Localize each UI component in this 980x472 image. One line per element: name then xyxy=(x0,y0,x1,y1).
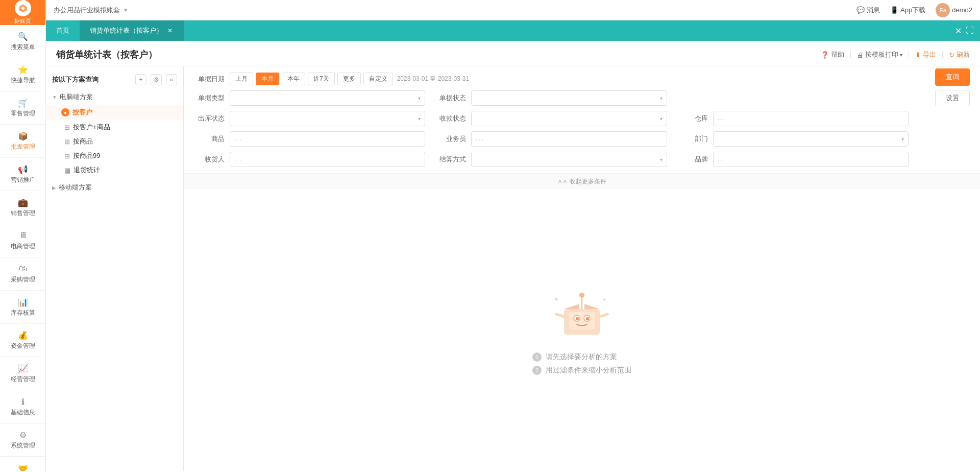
sidebar-item-retail[interactable]: 🛒 零售管理 xyxy=(0,91,46,125)
sidebar-item-collab[interactable]: 🤝 企业协同 xyxy=(0,457,46,472)
filter-item-warehouse: 仓库 ··· xyxy=(677,111,909,126)
payment-status-input[interactable]: ▾ xyxy=(471,111,667,126)
scheme-group-header-mobile[interactable]: ▶ 移动端方案 xyxy=(46,180,183,195)
warehouse-input[interactable]: ··· xyxy=(713,111,909,126)
date-btn-custom[interactable]: 自定义 xyxy=(363,73,393,85)
business-icon: 📈 xyxy=(18,363,28,373)
doc-status-dropdown-icon: ▾ xyxy=(660,96,663,101)
sidebar-item-marketing[interactable]: 📢 营销推广 xyxy=(0,158,46,191)
finance-icon: 💰 xyxy=(18,330,28,340)
filter-item-receiver: 收货人 ··· xyxy=(194,152,425,167)
date-btn-this-month[interactable]: 本月 xyxy=(256,73,279,85)
separator3 xyxy=(942,51,943,58)
sidebar: 标账页 🔍 搜索菜单 ⭐ 快捷导航 🛒 零售管理 📦 批发管理 📢 营销推广 💼… xyxy=(0,0,46,472)
body-layout: 按以下方案查询 + ⚙ « xyxy=(46,66,980,471)
maximize-window-icon[interactable]: ⛶ xyxy=(966,26,974,35)
close-window-icon[interactable]: ✕ xyxy=(955,26,962,36)
sidebar-item-finance[interactable]: 💰 资金管理 xyxy=(0,324,46,357)
filter-item-doc-type: 单据类型 ▾ xyxy=(194,90,425,106)
avatar: Ea xyxy=(936,3,950,17)
main-area: 办公用品行业模拟账套 ▾ 💬 消息 📱 App下载 Ea demo2 首页 xyxy=(46,0,980,472)
separator xyxy=(850,51,851,58)
print-dropdown-icon: ▾ xyxy=(900,52,902,58)
scheme-item-label: 按客户+商品 xyxy=(73,123,110,132)
doc-type-input[interactable]: ▾ xyxy=(230,90,425,106)
goods-label: 商品 xyxy=(194,134,230,144)
payment-status-dropdown-icon: ▾ xyxy=(660,116,663,122)
logo-area[interactable]: 标账页 xyxy=(0,0,46,25)
add-scheme-btn[interactable]: + xyxy=(135,74,146,85)
svg-text:✦: ✦ xyxy=(554,296,559,303)
out-status-label: 出库状态 xyxy=(194,114,230,123)
settings-button[interactable]: 设置 xyxy=(935,90,970,106)
user-menu[interactable]: Ea demo2 xyxy=(936,3,972,17)
settings-scheme-btn[interactable]: ⚙ xyxy=(151,74,162,85)
sidebar-item-search[interactable]: 🔍 搜索菜单 xyxy=(0,25,46,58)
sidebar-item-nav[interactable]: ⭐ 快捷导航 xyxy=(0,58,46,91)
export-icon: ⬇ xyxy=(915,51,921,59)
scheme-item-return-stat[interactable]: ▦ 退货统计 xyxy=(46,163,183,177)
dropdown-arrow[interactable]: ▾ xyxy=(124,6,128,14)
date-btn-7days[interactable]: 近7天 xyxy=(308,73,335,85)
dept-input[interactable]: ▾ xyxy=(713,131,909,147)
sidebar-item-purchase[interactable]: 🛍 采购管理 xyxy=(0,257,46,291)
purchase-icon: 🛍 xyxy=(18,264,28,274)
left-panel-header: 按以下方案查询 + ⚙ « xyxy=(46,72,183,89)
sidebar-item-sales[interactable]: 💼 销售管理 xyxy=(0,191,46,224)
print-btn[interactable]: 🖨 按模板打印 ▾ xyxy=(857,50,902,59)
scheme-grid-icon: ⊞ xyxy=(64,124,70,131)
scheme-group-header-desktop[interactable]: ▼ 电脑端方案 xyxy=(46,89,183,105)
svg-line-9 xyxy=(556,314,564,317)
date-btn-this-year[interactable]: 本年 xyxy=(282,73,305,85)
date-label: 单据日期 xyxy=(194,75,230,84)
goods-input[interactable]: ··· xyxy=(230,131,425,147)
scheme-grid3-icon: ⊞ xyxy=(64,152,70,160)
scheme-group-mobile: ▶ 移动端方案 xyxy=(46,180,183,195)
sidebar-item-label: 经营管理 xyxy=(11,375,35,384)
settlement-input[interactable]: ▾ xyxy=(471,152,667,167)
sidebar-item-info[interactable]: ℹ 基础信息 xyxy=(0,390,46,423)
tab-sales-stat[interactable]: 销货单统计表（按客户） ✕ xyxy=(80,20,184,41)
scheme-group-title-mobile: 移动端方案 xyxy=(59,183,92,192)
sidebar-item-label: 采购管理 xyxy=(11,275,35,284)
doc-status-input[interactable]: ▾ xyxy=(471,90,667,106)
sidebar-item-business[interactable]: 📈 经营管理 xyxy=(0,357,46,390)
sidebar-item-ecommerce[interactable]: 🖥 电商管理 xyxy=(0,224,46,257)
scheme-item-label: 退货统计 xyxy=(74,166,100,175)
payment-status-label: 收款状态 xyxy=(435,114,471,123)
top-nav-right: 💬 消息 📱 App下载 Ea demo2 xyxy=(856,3,972,17)
sidebar-item-label: 搜索菜单 xyxy=(11,43,35,52)
out-status-input[interactable]: ▾ xyxy=(230,111,425,126)
receiver-input[interactable]: ··· xyxy=(230,152,425,167)
scheme-item-by-goods99[interactable]: ⊞ 按商品99 xyxy=(46,149,183,163)
step-2-icon: 2 xyxy=(532,366,542,375)
receiver-label: 收货人 xyxy=(194,155,230,164)
collapse-up-icon: ∧∧ xyxy=(557,178,568,185)
sidebar-item-wholesale[interactable]: 📦 批发管理 xyxy=(0,125,46,158)
content-area: 销货单统计表（按客户） ❓ 帮助 🖨 按模板打印 ▾ ⬇ 导出 xyxy=(46,41,980,472)
filter-item-dept: 部门 ▾ xyxy=(677,131,909,147)
sidebar-item-system[interactable]: ⚙ 系统管理 xyxy=(0,423,46,457)
export-btn[interactable]: ⬇ 导出 xyxy=(915,50,936,59)
brand-input[interactable]: ··· xyxy=(713,152,909,167)
message-btn[interactable]: 💬 消息 xyxy=(856,6,880,15)
salesman-input[interactable]: ··· xyxy=(471,131,667,147)
help-btn[interactable]: ❓ 帮助 xyxy=(821,50,844,59)
doc-type-dropdown-icon: ▾ xyxy=(418,96,421,101)
date-btn-more[interactable]: 更多 xyxy=(337,73,361,85)
tab-close-icon[interactable]: ✕ xyxy=(166,27,174,35)
app-download-btn[interactable]: 📱 App下载 xyxy=(890,6,925,15)
sidebar-item-inventory[interactable]: 📊 库存核算 xyxy=(0,291,46,324)
filter-item-brand: 品牌 ··· xyxy=(677,152,909,167)
scheme-item-by-customer-goods[interactable]: ⊞ 按客户+商品 xyxy=(46,120,183,134)
scheme-item-by-customer[interactable]: ● 按客户 xyxy=(46,105,183,120)
collapse-bar[interactable]: ∧∧ 收起更多条件 xyxy=(184,174,980,189)
refresh-btn[interactable]: ↻ 刷新 xyxy=(949,50,970,59)
filter-item-payment-status: 收款状态 ▾ xyxy=(435,111,667,126)
collapse-panel-btn[interactable]: « xyxy=(166,74,177,85)
message-label: 消息 xyxy=(867,6,880,15)
query-button[interactable]: 查询 xyxy=(935,68,970,86)
tab-home[interactable]: 首页 xyxy=(46,20,80,41)
scheme-item-by-goods[interactable]: ⊞ 按商品 xyxy=(46,134,183,149)
date-btn-last-month[interactable]: 上月 xyxy=(230,73,253,85)
